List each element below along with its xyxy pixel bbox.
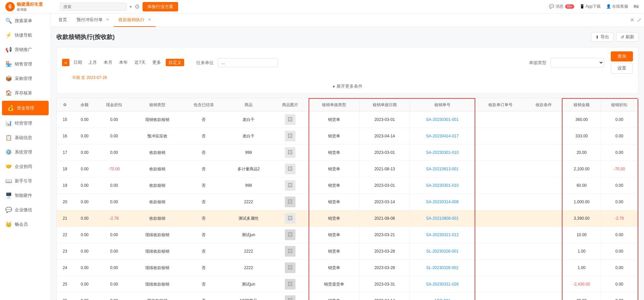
tab-prepay-label: 预付冲应付单 bbox=[76, 17, 103, 23]
doc-no-link[interactable]: SA-20210808-001 bbox=[426, 216, 459, 221]
doc-no-link[interactable]: SA-20230301-001 bbox=[426, 117, 459, 122]
counterpart-input[interactable] bbox=[218, 58, 278, 67]
doctype-select[interactable] bbox=[550, 58, 604, 68]
sidebar-item-finance[interactable]: 💰 资金管理 bbox=[2, 101, 49, 115]
cell-balance: 0.00 bbox=[73, 243, 96, 260]
sidebar-item-guide[interactable]: 📖 新手引导 bbox=[0, 174, 51, 188]
sidebar-item-marketing[interactable]: 📢 营销推广 bbox=[0, 42, 51, 57]
date-this-month[interactable]: 本月 bbox=[102, 59, 114, 66]
industry-btn[interactable]: 体验行业方案 bbox=[143, 2, 178, 11]
goods-img-placeholder: 🖼 bbox=[285, 114, 296, 125]
date-custom[interactable]: 自定义 bbox=[166, 59, 184, 66]
table-row: 210.00-2.76收款核销否测试多属性🖼销货单2021-08-08SA-20… bbox=[57, 210, 638, 227]
doc-no-link[interactable]: SA-20230301-010 bbox=[426, 183, 459, 188]
cell-include-settled: 否 bbox=[182, 227, 225, 243]
sidebar-label-inventory: 库存核算 bbox=[15, 90, 32, 96]
online-service-btn[interactable]: 👤 在线客服 bbox=[606, 4, 628, 9]
cell-doc-type: 销货单 bbox=[309, 293, 360, 300]
wechat-icon: 💬 bbox=[5, 207, 12, 213]
cell-cash-discount: 0.00 bbox=[96, 112, 132, 128]
cell-doc-date: 2023-04-14 bbox=[360, 128, 410, 144]
tab-close-all-icon[interactable]: ✕ bbox=[630, 17, 634, 23]
cell-goods: 123D商品 bbox=[225, 293, 272, 300]
table-row: 170.000.00收款核销否999🖼销货单2023-03-01SA-20230… bbox=[57, 144, 638, 161]
table-row: 180.00-70.00收款核销否多计量商品2🖼销货单2021-08-13SA-… bbox=[57, 161, 638, 177]
sidebar-item-shortcuts[interactable]: ⚡ 快捷导航 bbox=[0, 28, 51, 42]
cell-doc-no: ABC-001 bbox=[410, 293, 475, 300]
tab-writeoff[interactable]: 收款核销执行 ✕ bbox=[114, 13, 156, 27]
sidebar-item-business[interactable]: 📊 经营管理 bbox=[0, 116, 51, 130]
refresh-btn[interactable]: ↺ 刷新 bbox=[616, 32, 639, 42]
sidebar-label-hardware: 智能硬件 bbox=[15, 192, 32, 199]
inventory-icon: 🏠 bbox=[5, 90, 12, 96]
cell-receipt-condition bbox=[525, 243, 562, 260]
sidebar-item-member[interactable]: 👑 畅会员 bbox=[0, 217, 51, 231]
sidebar-item-inventory[interactable]: 🏠 库存核算 bbox=[0, 86, 51, 100]
data-table: ⚙ 余额 现金折扣 核销类型 包含已结清 商品 商品图片 核销单据类型 核销单据… bbox=[57, 98, 638, 300]
sidebar-item-search[interactable]: 🔍 搜索菜单 bbox=[0, 13, 51, 28]
cell-include-settled: 否 bbox=[182, 177, 225, 194]
doc-no-link[interactable]: SA-20230301-010 bbox=[426, 150, 459, 155]
sidebar-item-sales[interactable]: 🏪 销售管理 bbox=[0, 57, 51, 71]
sidebar-item-system[interactable]: ⚙️ 系统管理 bbox=[0, 145, 51, 159]
col-header-doc-date: 核销单据日期 bbox=[360, 98, 410, 112]
cell-doc-type: 销货单 bbox=[309, 243, 360, 260]
doc-no-link[interactable]: SA-20230321-012 bbox=[426, 232, 459, 237]
doc-no-link[interactable]: SA-20230414-017 bbox=[426, 134, 459, 138]
doc-no-link[interactable]: SL-20230328-001 bbox=[426, 249, 459, 254]
date-last-month[interactable]: 上月 bbox=[86, 59, 99, 66]
tab-expand-icon[interactable]: ⤢ bbox=[637, 17, 641, 23]
filter-collapse-btn[interactable]: « bbox=[62, 59, 69, 66]
cell-writeoff-amount: 3,390.00 bbox=[562, 210, 601, 227]
tab-writeoff-close[interactable]: ✕ bbox=[148, 17, 151, 22]
expand-conditions-btn[interactable]: ▾ 展开更多条件 bbox=[333, 83, 363, 89]
sidebar-item-purchase[interactable]: 📦 采购管理 bbox=[0, 71, 51, 86]
setting-btn[interactable]: 设置 bbox=[611, 63, 633, 74]
doc-no-link[interactable]: SA-20230314-008 bbox=[426, 200, 459, 204]
cell-include-settled: 否 bbox=[182, 260, 225, 276]
cell-receipt-condition bbox=[525, 276, 562, 293]
doc-no-link[interactable]: SL-20230328-002 bbox=[426, 265, 459, 270]
top-search-input[interactable] bbox=[60, 3, 127, 11]
cell-include-settled: 否 bbox=[182, 293, 225, 300]
doc-no-link[interactable]: ABC-001 bbox=[434, 298, 450, 300]
sidebar-item-base[interactable]: 📋 基础信息 bbox=[0, 130, 51, 145]
doc-no-link[interactable]: SA-20230331-026 bbox=[426, 282, 459, 287]
cell-goods-img: 🖼 bbox=[272, 128, 309, 144]
cell-cash-discount: 0.00 bbox=[96, 144, 132, 161]
tab-prepay-close[interactable]: ✕ bbox=[106, 17, 109, 22]
gear-icon[interactable]: ⚙ bbox=[135, 3, 140, 10]
goods-img-placeholder: 🖼 bbox=[285, 147, 296, 158]
sidebar-item-enterprise[interactable]: 🤝 企业协同 bbox=[0, 159, 51, 174]
doc-no-link[interactable]: SA-20210813-001 bbox=[426, 167, 459, 171]
cell-writeoff-discount: 0.00 bbox=[601, 112, 638, 128]
date-range-display: 不限 至 2023-07-26 bbox=[72, 75, 633, 81]
date-this-year[interactable]: 本年 bbox=[117, 59, 130, 66]
cell-writeoff-amount: 60.00 bbox=[562, 177, 601, 194]
cell-writeoff-type: 现续收款核销 bbox=[132, 276, 182, 293]
cell-goods: 2222 bbox=[225, 243, 272, 260]
cell-doc-date: 2023-03-21 bbox=[360, 227, 410, 243]
app-download-btn[interactable]: 📱 App下载 bbox=[580, 4, 601, 9]
dropdown-arrow-icon[interactable]: ▾ bbox=[129, 4, 132, 9]
cell-receipt-order bbox=[475, 112, 525, 128]
export-btn[interactable]: ⬆ 导出 bbox=[591, 32, 613, 42]
cell-doc-type: 销货退货单 bbox=[309, 276, 360, 293]
cell-balance: 0.00 bbox=[73, 112, 96, 128]
tab-home[interactable]: 首页 bbox=[54, 13, 72, 27]
cell-writeoff-discount: 0.00 bbox=[601, 260, 638, 276]
goods-img-placeholder: 🖼 bbox=[285, 131, 296, 141]
messages-btn[interactable]: 💬 消息 99+ bbox=[549, 4, 574, 9]
search-icon: 🔍 bbox=[5, 17, 12, 24]
date-7days[interactable]: 近7天 bbox=[132, 59, 148, 66]
query-btn[interactable]: 查询 bbox=[611, 51, 633, 61]
sidebar-item-hardware[interactable]: 🖥️ 智能硬件 bbox=[0, 188, 51, 203]
col-header-goods-img: 商品图片 bbox=[272, 98, 309, 112]
date-more[interactable]: 更多 bbox=[150, 59, 163, 66]
user-name[interactable]: Rit bbox=[634, 4, 639, 9]
cell-doc-date: 2022-04-14 bbox=[360, 293, 410, 300]
tab-prepay[interactable]: 预付冲应付单 ✕ bbox=[72, 13, 114, 27]
cell-seq: 18 bbox=[57, 161, 73, 177]
cell-goods: 测试jun bbox=[225, 276, 272, 293]
sidebar-item-wechat[interactable]: 💬 企业微信 bbox=[0, 203, 51, 217]
